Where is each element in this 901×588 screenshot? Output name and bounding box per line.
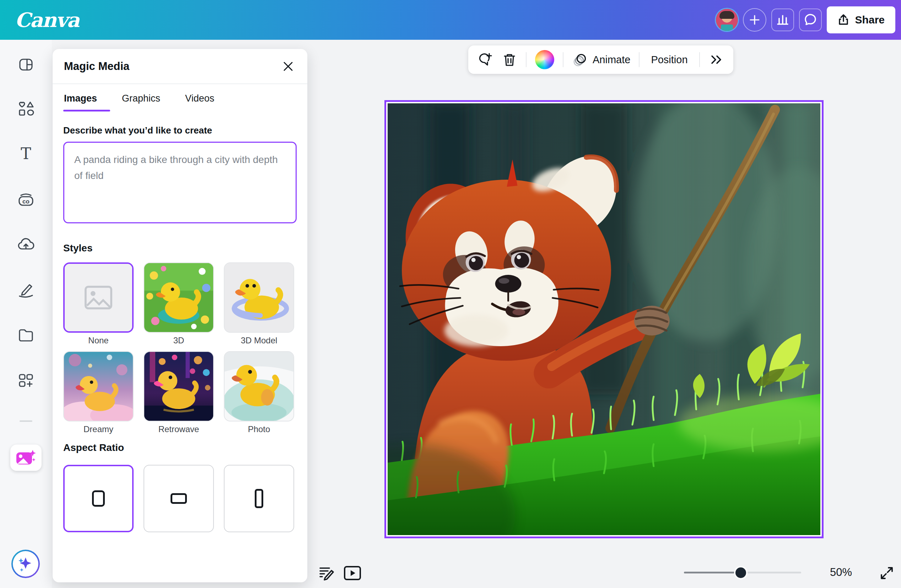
sidebar-item-uploads[interactable]: [0, 232, 52, 257]
style-option-3d[interactable]: 3D: [143, 262, 214, 345]
active-tab-underline: [63, 110, 110, 112]
landscape-ratio-icon: [170, 493, 187, 504]
delete-button[interactable]: [502, 52, 517, 67]
magic-media-icon: [16, 450, 36, 466]
tab-images[interactable]: Images: [63, 93, 98, 104]
animate-label: Animate: [592, 54, 630, 66]
sidebar-item-brand[interactable]: co: [0, 187, 52, 212]
brand-icon: co: [17, 191, 34, 208]
trash-icon: [502, 52, 517, 67]
text-icon: T: [17, 146, 34, 163]
sparkle-icon: [16, 555, 35, 573]
user-avatar[interactable]: [716, 9, 738, 31]
style-3d-model-thumbnail: [224, 263, 293, 332]
notes-button[interactable]: [317, 564, 335, 582]
chevron-double-right-icon: [709, 53, 723, 67]
sidebar-item-apps[interactable]: [0, 368, 52, 394]
animate-button[interactable]: Animate: [572, 51, 630, 68]
insights-button[interactable]: [771, 9, 794, 31]
plus-icon: [748, 14, 761, 26]
aspect-option-landscape[interactable]: [143, 465, 214, 532]
panel-title: Magic Media: [64, 60, 129, 73]
elements-icon: [17, 100, 34, 117]
sidebar-item-text[interactable]: T: [0, 141, 52, 167]
present-button[interactable]: [343, 564, 362, 582]
toolbar-divider: [526, 52, 527, 67]
toolbar-divider: [699, 52, 700, 67]
close-panel-button[interactable]: [280, 59, 296, 74]
share-label: Share: [855, 14, 885, 26]
position-button[interactable]: Position: [648, 54, 690, 66]
color-wheel-button[interactable]: [535, 50, 554, 69]
animate-icon: [572, 51, 588, 68]
sidebar-divider: [20, 420, 32, 422]
draw-pen-icon: [17, 281, 34, 298]
aspect-option-portrait[interactable]: [224, 465, 294, 532]
image-placeholder-icon: [65, 264, 132, 331]
share-button[interactable]: Share: [827, 6, 895, 33]
add-comment-button[interactable]: [477, 52, 493, 67]
style-option-retrowave[interactable]: Retrowave: [143, 351, 214, 434]
left-sidebar: T co: [0, 40, 52, 588]
magic-media-panel: Magic Media Images Graphics Videos Descr…: [53, 49, 307, 582]
svg-text:co: co: [22, 198, 30, 205]
canva-logo[interactable]: Canva: [15, 8, 79, 32]
svg-text:T: T: [20, 146, 31, 163]
aspect-ratio-heading: Aspect Ratio: [63, 442, 297, 453]
element-toolbar: Animate Position: [468, 45, 733, 74]
styles-heading: Styles: [63, 243, 297, 254]
comments-button[interactable]: [799, 9, 822, 31]
design-icon: [17, 56, 34, 73]
bar-chart-icon: [776, 13, 790, 27]
notes-icon: [318, 565, 334, 581]
tab-videos[interactable]: Videos: [184, 93, 215, 104]
style-dreamy-thumbnail: [64, 352, 133, 421]
tab-graphics[interactable]: Graphics: [121, 93, 161, 104]
prompt-input[interactable]: [63, 142, 297, 223]
panel-tabs: Images Graphics Videos: [53, 84, 307, 113]
sidebar-item-elements[interactable]: [0, 96, 52, 121]
toolbar-divider: [639, 52, 639, 67]
red-panda-artwork: [388, 103, 820, 535]
toolbar-divider: [563, 52, 563, 67]
square-ratio-icon: [92, 490, 105, 507]
sidebar-item-projects[interactable]: [0, 322, 52, 348]
canva-assistant-button[interactable]: [11, 550, 40, 578]
style-option-3d-model[interactable]: 3D Model: [224, 262, 294, 345]
top-header: Canva Share: [0, 0, 901, 40]
apps-icon: [17, 372, 34, 389]
chat-bubble-icon: [803, 13, 817, 27]
aspect-ratio-grid: [63, 465, 297, 532]
aspect-option-square[interactable]: [63, 465, 134, 532]
cloud-upload-icon: [17, 235, 35, 253]
style-retrowave-thumbnail: [144, 352, 213, 421]
zoom-slider-thumb[interactable]: [736, 568, 746, 578]
style-3d-thumbnail: [144, 263, 213, 332]
more-options-button[interactable]: [708, 52, 724, 67]
sidebar-item-design[interactable]: [0, 52, 52, 78]
close-icon: [282, 61, 294, 72]
style-photo-thumbnail: [224, 352, 293, 421]
fullscreen-button[interactable]: [878, 565, 895, 582]
folder-icon: [17, 327, 34, 344]
comment-add-icon: [477, 52, 493, 67]
play-icon: [344, 566, 361, 580]
style-option-none[interactable]: None: [63, 262, 134, 345]
sidebar-item-draw[interactable]: [0, 277, 52, 303]
selected-canvas-image[interactable]: [384, 100, 823, 538]
zoom-level: 50%: [830, 566, 852, 579]
describe-label: Describe what you’d like to create: [63, 125, 297, 136]
style-option-photo[interactable]: Photo: [224, 351, 294, 434]
expand-icon: [879, 566, 894, 580]
style-option-dreamy[interactable]: Dreamy: [63, 351, 134, 434]
portrait-ratio-icon: [255, 489, 263, 508]
sidebar-item-magic-media[interactable]: [10, 445, 42, 471]
styles-grid: None: [63, 262, 297, 434]
add-member-button[interactable]: [743, 8, 766, 32]
share-upload-icon: [837, 14, 850, 26]
